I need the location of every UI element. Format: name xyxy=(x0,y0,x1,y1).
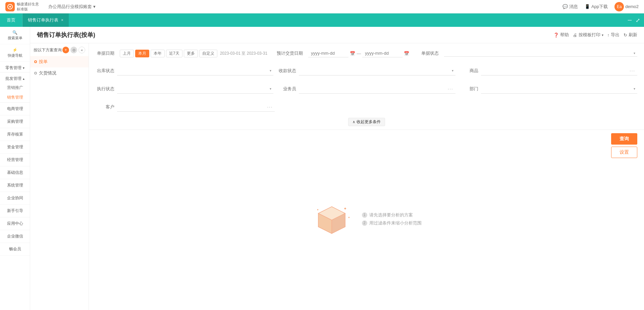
message-icon: 💬 xyxy=(562,4,568,9)
app-download-button[interactable]: 📱 App下载 xyxy=(585,4,608,10)
date-btn-7days[interactable]: 近7天 xyxy=(166,50,182,57)
calendar-icon-1[interactable]: 📅 xyxy=(350,51,355,56)
shipment-label: 出库状态 xyxy=(96,68,114,74)
department-label: 部门 xyxy=(460,86,478,92)
status-select[interactable]: ▾ xyxy=(444,50,637,57)
left-panel-header: 按以下方案查询 + ⊙ « xyxy=(30,47,89,56)
print-button[interactable]: 🖨 按模板打印 ▾ xyxy=(573,32,603,38)
user-area[interactable]: Ea demo2 xyxy=(614,2,639,11)
main-layout: 🔍 搜索菜单 ⚡ 快捷导航 零售管理 ▾ 批发管理 ▴ 营销推广 销售管理 电商… xyxy=(0,27,644,310)
predicted-date-start[interactable] xyxy=(308,49,348,57)
goods-filter-cell: 商品 ··· xyxy=(460,66,637,75)
sidebar-group-retail: 零售管理 ▾ xyxy=(0,62,30,72)
breadcrumb-text: 办公用品行业模拟账套 xyxy=(48,4,92,10)
sidebar-sub-sales[interactable]: 销售管理 xyxy=(0,93,30,102)
predicted-date-group: 预计交货日期 📅 — 📅 单据状态 ▾ xyxy=(277,49,637,57)
sidebar-item-inventory[interactable]: 库存核算 xyxy=(0,128,30,141)
svg-text:✦: ✦ xyxy=(317,208,319,211)
refresh-button[interactable]: ↻ 刷新 xyxy=(624,32,637,38)
sidebar-item-basic-info[interactable]: 基础信息 xyxy=(0,166,30,179)
message-button[interactable]: 💬 消息 xyxy=(562,4,578,10)
left-nav-by-order[interactable]: 按单 xyxy=(30,56,89,67)
filter-row-3: 执行状态 ▾ 业务员 ··· 部门 xyxy=(96,82,637,96)
sidebar-quick-nav[interactable]: ⚡ 快捷导航 xyxy=(0,44,30,62)
goods-select[interactable]: ··· xyxy=(481,66,637,75)
filter-row-2: 出库状态 ▾ 收款状态 ▾ xyxy=(96,63,637,78)
tab-active[interactable]: 销售订单执行表 × xyxy=(22,13,69,27)
sidebar-item-operations[interactable]: 经营管理 xyxy=(0,154,30,166)
empty-hint-text: 1 请先选择要分析的方案 2 用过滤条件来缩小分析范围 xyxy=(362,212,422,228)
collapse-button[interactable]: ∧ 收起更多条件 xyxy=(348,118,385,126)
sidebar-item-guide[interactable]: 新手引导 xyxy=(0,205,30,217)
date-btn-last-month[interactable]: 上月 xyxy=(120,50,134,57)
exec-arrow-icon: ▾ xyxy=(270,87,271,91)
date-filter-label: 单据日期 xyxy=(96,50,114,56)
exec-status-select[interactable]: ▾ xyxy=(117,84,273,94)
hint-num-1: 1 xyxy=(362,212,367,218)
exec-status-label: 执行状态 xyxy=(96,86,114,92)
copy-scheme-button[interactable]: ⊙ xyxy=(70,47,77,53)
settings-button[interactable]: 设置 xyxy=(611,147,637,158)
customer-select[interactable]: ··· xyxy=(117,102,275,112)
date-btn-this-year[interactable]: 本年 xyxy=(151,50,165,57)
collapse-panel-button[interactable]: « xyxy=(78,47,85,53)
top-bar-left: 畅捷通好生意 标准版 办公用品行业模拟账套 ▾ xyxy=(5,2,96,11)
date-btn-more[interactable]: 更多 xyxy=(184,50,198,57)
sidebar-item-retail[interactable]: 零售管理 ▾ xyxy=(0,62,30,72)
left-nav-backorder[interactable]: 欠货情况 xyxy=(30,67,89,79)
empty-illustration: ✦ ✦ ✦ xyxy=(312,203,352,237)
collection-select[interactable]: ▾ xyxy=(299,66,455,75)
predicted-date-end[interactable] xyxy=(362,49,402,57)
query-button[interactable]: 查询 xyxy=(611,133,637,145)
sidebar-item-wholesale[interactable]: 批发管理 ▴ xyxy=(0,72,30,83)
help-icon: ❓ xyxy=(553,33,559,38)
dept-arrow-icon: ▾ xyxy=(634,87,635,91)
sidebar-sub-marketing[interactable]: 营销推广 xyxy=(0,83,30,93)
empty-hint-1: 1 请先选择要分析的方案 xyxy=(362,212,422,218)
export-button[interactable]: ↑ 导出 xyxy=(607,32,620,38)
sidebar-item-wechat[interactable]: 企业微信 xyxy=(0,230,30,243)
add-scheme-button[interactable]: + xyxy=(62,47,69,53)
shipment-arrow-icon: ▾ xyxy=(270,69,271,72)
breadcrumb-arrow-icon: ▾ xyxy=(93,4,96,9)
sidebar-item-ecommerce[interactable]: 电商管理 xyxy=(0,103,30,115)
hint-num-2: 2 xyxy=(362,220,367,226)
tab-expand-icon[interactable]: ⤢ xyxy=(636,17,640,23)
breadcrumb-area[interactable]: 办公用品行业模拟账套 ▾ xyxy=(48,4,96,10)
sidebar-item-system[interactable]: 系统管理 xyxy=(0,179,30,192)
predicted-date-inputs: 📅 — 📅 xyxy=(308,49,409,57)
status-arrow-icon: ▾ xyxy=(634,51,635,55)
salesperson-select[interactable]: ··· xyxy=(299,84,455,94)
date-btn-this-month[interactable]: 本月 xyxy=(135,50,149,57)
tab-close-icon[interactable]: × xyxy=(61,18,63,22)
help-button[interactable]: ❓ 帮助 xyxy=(553,32,569,38)
date-range-display: 2023-03-01 至 2023-03-31 xyxy=(220,51,267,56)
sidebar-item-purchase[interactable]: 采购管理 xyxy=(0,115,30,128)
query-action-buttons: 查询 设置 xyxy=(611,133,637,158)
department-select[interactable]: ▾ xyxy=(481,84,637,94)
date-btn-custom[interactable]: 自定义 xyxy=(199,50,217,57)
empty-state: ✦ ✦ ✦ 1 请先选择要分析的方案 2 xyxy=(89,130,644,310)
page-title: 销售订单执行表(按单) xyxy=(37,31,95,39)
calendar-icon-2[interactable]: 📅 xyxy=(404,51,409,56)
sidebar-group-wholesale: 批发管理 ▴ 营销推广 销售管理 xyxy=(0,72,30,103)
filter-row-4: 客户 ··· xyxy=(96,100,637,114)
retail-arrow-icon: ▾ xyxy=(23,66,24,70)
tab-home[interactable]: 首页 xyxy=(0,13,22,27)
shipment-select[interactable]: ▾ xyxy=(117,66,273,75)
sidebar-item-enterprise[interactable]: 企业协同 xyxy=(0,192,30,205)
export-icon: ↑ xyxy=(607,33,610,38)
sidebar-item-app-center[interactable]: 应用中心 xyxy=(0,217,30,230)
print-icon: 🖨 xyxy=(573,33,577,38)
sidebar-item-member[interactable]: 畅会员 xyxy=(0,243,30,256)
department-filter-cell: 部门 ▾ xyxy=(460,84,637,94)
collapse-area: ∧ 收起更多条件 xyxy=(96,116,637,126)
active-dot-icon xyxy=(34,60,37,63)
top-bar-right: 💬 消息 📱 App下载 Ea demo2 xyxy=(562,2,639,11)
wholesale-arrow-icon: ▴ xyxy=(23,77,24,81)
sidebar-item-finance[interactable]: 资金管理 xyxy=(0,141,30,154)
collapse-icon: ∧ xyxy=(353,120,355,124)
tab-minimize-icon[interactable]: ─ xyxy=(628,17,632,23)
sidebar-search[interactable]: 🔍 搜索菜单 xyxy=(0,27,30,44)
collection-arrow-icon: ▾ xyxy=(452,69,453,72)
